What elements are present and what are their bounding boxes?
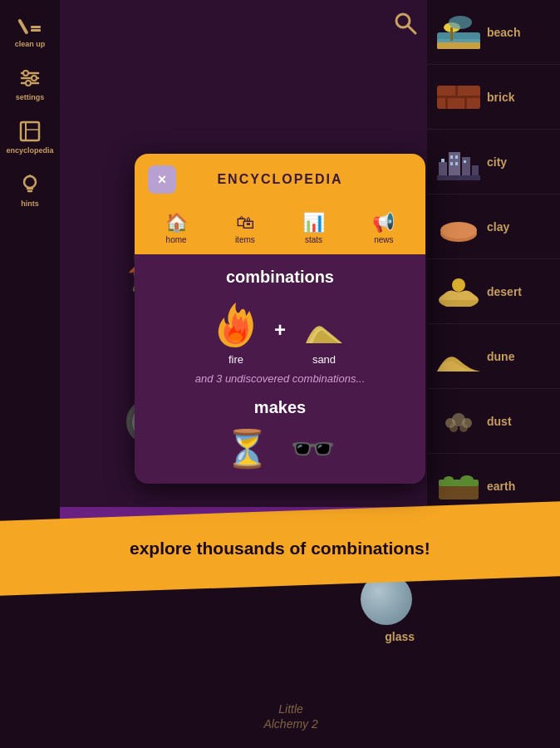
game-title: LittleAlchemy 2 [263,701,317,731]
glass-label: glass [385,630,415,643]
fire-icon [211,300,261,350]
news-tab-label: news [374,235,393,244]
sand-label: sand [312,353,336,366]
makes-title: makes [148,398,412,417]
news-tab-icon: 📢 [372,212,395,234]
sand-icon [299,300,349,350]
combinations-title: combinations [148,268,412,287]
home-tab-icon: 🏠 [165,212,188,234]
tab-home[interactable]: 🏠 home [159,209,194,248]
encyclopedia-modal: × ENCYCLOPEDIA 🏠 home 🛍 items 📊 stats 📢 … [135,154,425,484]
fire-label: fire [228,353,243,366]
items-tab-label: items [235,235,255,244]
modal-title: ENCYCLOPEDIA [176,172,384,187]
close-button[interactable]: × [148,165,176,194]
tab-stats[interactable]: 📊 stats [296,209,332,248]
modal-header: × ENCYCLOPEDIA [135,154,425,205]
stats-tab-icon: 📊 [302,212,325,234]
combo-fire: fire [211,300,261,366]
sunglasses-icon: 🕶️ [290,427,336,470]
stats-tab-label: stats [305,235,322,244]
items-tab-icon: 🛍 [236,212,254,234]
home-tab-label: home [166,235,187,244]
modal-tabs: 🏠 home 🛍 items 📊 stats 📢 news [135,205,425,254]
undiscovered-text: and 3 undiscovered combinations... [148,372,412,385]
banner-text: explore thousands of combinations! [130,539,430,559]
modal-body: combinations fire + [135,254,425,484]
hourglass-icon: ⏳ [224,427,270,470]
makes-row: ⏳ 🕶️ [148,427,412,470]
modal-overlay: × ENCYCLOPEDIA 🏠 home 🛍 items 📊 stats 📢 … [0,0,560,532]
makes-hourglass: ⏳ [224,427,270,470]
svg-point-60 [229,332,243,342]
combo-sand: sand [299,300,349,366]
combinations-row: fire + sand [148,300,412,366]
makes-sunglasses: 🕶️ [290,427,336,470]
tab-items[interactable]: 🛍 items [228,209,262,248]
plus-sign: + [274,318,286,342]
tab-news[interactable]: 📢 news [366,209,401,248]
